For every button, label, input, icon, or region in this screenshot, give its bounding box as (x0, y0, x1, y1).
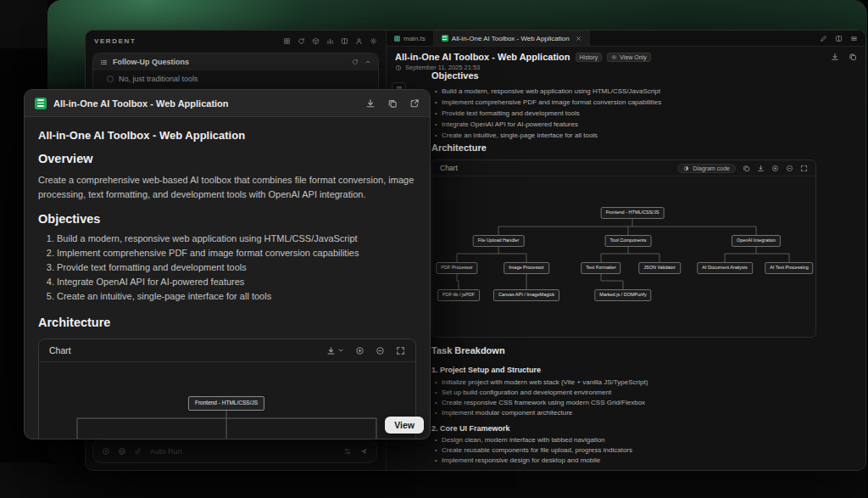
list-item: Provide text formatting and development … (435, 108, 816, 119)
document-header: All-in-One AI Toolbox - Web Application … (387, 47, 865, 62)
globe-icon[interactable] (118, 447, 126, 456)
task-2-heading: 2. Core UI Framework (431, 423, 816, 434)
menu-icon[interactable] (850, 35, 858, 42)
document-title: All-in-One AI Toolbox - Web Application (395, 52, 570, 62)
list-item: Create an intuitive, single-page interfa… (57, 289, 416, 304)
chart-panel-header: Chart Diagram code (432, 160, 815, 176)
architecture-heading: Architecture (431, 143, 816, 154)
flow-node-text-formatter: Text Formatter (581, 262, 620, 274)
follow-up-questions-header[interactable]: Follow-Up Questions (93, 53, 378, 70)
chart-label: Chart (440, 164, 458, 172)
list-item: Initialize project with modern web stack… (435, 378, 816, 388)
objectives-list: Build a modern, responsive web applicati… (431, 86, 816, 141)
follow-up-option[interactable]: No, just traditional tools (93, 70, 378, 87)
download-dropdown[interactable] (326, 346, 344, 355)
download-icon[interactable] (365, 98, 376, 109)
chevron-down-icon (337, 347, 344, 354)
architecture-heading: Architecture (38, 316, 416, 330)
screen: VERDENT Follow-Up Questions (0, 0, 868, 498)
copy-icon[interactable] (387, 98, 398, 109)
background-window-corner (0, 462, 47, 498)
gear-icon[interactable] (370, 37, 377, 45)
objectives-heading: Objectives (431, 70, 816, 81)
architecture-chart-panel: Chart Frontend - HTM (38, 339, 416, 439)
history-badge[interactable]: History (576, 53, 603, 62)
zoom-out-icon[interactable] (786, 165, 793, 172)
overview-paragraph: Create a comprehensive web-based AI tool… (38, 173, 416, 202)
dialog-title: All-in-One AI Toolbox - Web Application (53, 98, 229, 109)
chart-controls: Diagram code (677, 164, 808, 173)
app-logo-text: VERDENT (94, 37, 136, 45)
zoom-in-icon[interactable] (771, 165, 779, 172)
message-composer[interactable]: Auto Run (92, 439, 377, 463)
download-icon[interactable] (831, 53, 839, 61)
editor-tab-bar: main.ts All-in-One AI Toolbox - Web Appl… (387, 31, 865, 47)
doc-title-heading: All-in-One AI Toolbox - Web Application (38, 129, 416, 142)
composer-right-controls (343, 447, 368, 456)
split-columns-icon[interactable] (835, 35, 843, 42)
view-only-label: View Only (620, 54, 646, 60)
send-icon[interactable] (359, 447, 368, 456)
download-icon[interactable] (757, 165, 765, 172)
refresh-icon[interactable] (298, 37, 305, 45)
bar-chart-icon[interactable] (326, 37, 334, 45)
list-item: Implement responsive design for desktop … (435, 456, 816, 466)
list-item: Design clean, modern interface with tabb… (435, 435, 816, 445)
document-preview-dialog: All-in-One AI Toolbox - Web Application … (24, 89, 431, 439)
follow-up-questions-title: Follow-Up Questions (113, 58, 189, 66)
auto-run-toggle[interactable]: Auto Run (150, 447, 182, 456)
diagram-code-toggle[interactable]: Diagram code (677, 164, 736, 173)
copy-icon[interactable] (849, 53, 857, 61)
zoom-out-icon[interactable] (376, 346, 385, 355)
chart-label: Chart (49, 345, 71, 355)
editor-panel: main.ts All-in-One AI Toolbox - Web Appl… (387, 31, 865, 470)
tune-icon[interactable] (343, 447, 352, 456)
list-item: Provide text formatting and development … (57, 260, 416, 275)
zoom-in-icon[interactable] (355, 346, 364, 355)
flow-node-json-validator: JSON Validator (638, 262, 681, 274)
dialog-titlebar[interactable]: All-in-One AI Toolbox - Web Application (25, 90, 430, 117)
flow-node-pdf-processor: PDF Processor (436, 262, 477, 274)
split-columns-icon[interactable] (341, 37, 348, 45)
flow-node-frontend: Frontend - HTML/CSS/JS (601, 207, 665, 219)
document-icon (35, 98, 47, 109)
expand-icon[interactable] (800, 165, 808, 172)
flow-node-canvas-api: Canvas API / ImageMagick (493, 289, 559, 301)
flow-node-pdf-lib: PDF-lib / jsPDF (437, 289, 480, 301)
grid-icon[interactable] (283, 37, 291, 45)
chart-panel-header: Chart (39, 339, 415, 362)
flowchart-canvas[interactable]: Frontend - HTML/CSS/JS File Upload Handl… (432, 176, 815, 337)
collapse-chevron-icon[interactable] (364, 59, 371, 65)
half-circle-icon (683, 165, 689, 171)
list-item: Create an intuitive, single-page interfa… (435, 130, 816, 141)
overview-heading: Overview (38, 152, 416, 166)
tab-label: main.ts (403, 35, 426, 42)
flow-node-file-upload-handler: File Upload Handler (473, 235, 525, 247)
attachment-icon[interactable] (134, 447, 142, 456)
flowchart-canvas[interactable]: Frontend - HTML/CSS/JS (39, 362, 415, 439)
expand-icon[interactable] (396, 346, 405, 355)
list-item: Build a modern, responsive web applicati… (57, 232, 416, 246)
dialog-content: All-in-One AI Toolbox - Web Application … (25, 129, 430, 439)
copy-icon[interactable] (743, 165, 750, 172)
edit-icon[interactable] (820, 35, 827, 42)
tab-main-ts[interactable]: main.ts (387, 31, 434, 46)
target-icon[interactable] (102, 447, 110, 456)
dialog-titlebar-actions (365, 98, 420, 109)
radio-icon (107, 76, 114, 82)
flow-node-ai-text-processing: AI Text Processing (765, 262, 813, 274)
checklist-icon (100, 59, 108, 66)
close-icon[interactable] (576, 36, 581, 42)
objectives-ordered-list: Build a modern, responsive web applicati… (38, 232, 416, 304)
list-item: Integrate OpenAI API for AI-powered feat… (435, 119, 816, 130)
list-item: Create responsive CSS framework using mo… (435, 398, 816, 408)
package-icon[interactable] (312, 37, 320, 45)
refresh-icon[interactable] (352, 59, 359, 65)
tab-ai-toolbox-doc[interactable]: All-in-One AI Toolbox - Web Application (434, 31, 590, 46)
view-button[interactable]: View (385, 417, 424, 434)
follow-up-header-icons (352, 59, 371, 65)
open-external-icon[interactable] (409, 98, 420, 109)
follow-up-option-label: No, just traditional tools (119, 75, 198, 83)
flow-node-marked-js: Marked.js / DOMPurify (594, 289, 651, 301)
user-icon[interactable] (355, 37, 363, 45)
